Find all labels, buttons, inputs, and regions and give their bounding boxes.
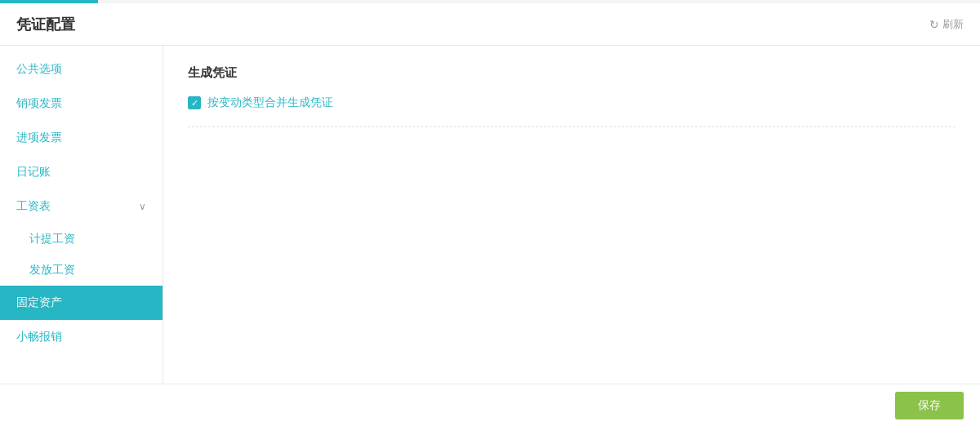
checkbox-row: ✓ 按变动类型合并生成凭证 [188, 95, 956, 110]
sidebar-item-label: 工资表 [16, 199, 51, 214]
sidebar-item-label: 销项发票 [16, 96, 62, 111]
sidebar-item-payroll-accrual[interactable]: 计提工资 [0, 224, 163, 255]
sidebar-item-label: 小畅报销 [16, 330, 62, 344]
checkbox-label: 按变动类型合并生成凭证 [207, 95, 333, 110]
sidebar-item-sales-invoice[interactable]: 销项发票 [0, 87, 163, 121]
main-content: 公共选项 销项发票 进项发票 日记账 工资表 ∨ 计提工资 发放工资 固定资 [0, 46, 980, 384]
sidebar-item-purchase-invoice[interactable]: 进项发票 [0, 121, 163, 155]
chevron-down-icon: ∨ [139, 201, 146, 212]
sidebar-item-payroll-distribute[interactable]: 发放工资 [0, 255, 163, 286]
merge-by-type-checkbox[interactable]: ✓ [188, 96, 201, 109]
sidebar-item-public-options[interactable]: 公共选项 [0, 52, 163, 87]
section-title: 生成凭证 [188, 65, 956, 81]
sidebar-item-label: 进项发票 [16, 131, 62, 145]
sidebar-item-payroll-table[interactable]: 工资表 ∨ [0, 189, 163, 224]
sidebar-item-petty-expense[interactable]: 小畅报销 [0, 320, 163, 354]
sidebar-sub-item-label: 发放工资 [29, 263, 75, 276]
sidebar-item-label: 公共选项 [16, 62, 62, 77]
top-nav-bar [0, 0, 98, 3]
check-mark-icon: ✓ [191, 99, 198, 108]
page-wrapper: 凭证配置 ↻ 刷新 公共选项 销项发票 进项发票 日记账 工资表 ∨ [0, 0, 980, 426]
sidebar-item-label: 固定资产 [16, 295, 62, 310]
save-button[interactable]: 保存 [895, 392, 964, 419]
sidebar-item-fixed-assets[interactable]: 固定资产 [0, 286, 163, 320]
page-header: 凭证配置 ↻ 刷新 [0, 3, 980, 46]
refresh-button[interactable]: ↻ 刷新 [929, 17, 964, 32]
sidebar-sub-item-label: 计提工资 [29, 232, 75, 245]
refresh-label: 刷新 [942, 17, 964, 32]
section-divider [188, 126, 956, 127]
page-footer: 保存 [0, 384, 980, 426]
sidebar-item-label: 日记账 [16, 165, 51, 180]
page-title: 凭证配置 [16, 15, 75, 34]
content-area: 生成凭证 ✓ 按变动类型合并生成凭证 [163, 46, 980, 384]
refresh-icon: ↻ [929, 18, 939, 31]
sidebar-item-journal[interactable]: 日记账 [0, 155, 163, 189]
sidebar: 公共选项 销项发票 进项发票 日记账 工资表 ∨ 计提工资 发放工资 固定资 [0, 46, 163, 384]
